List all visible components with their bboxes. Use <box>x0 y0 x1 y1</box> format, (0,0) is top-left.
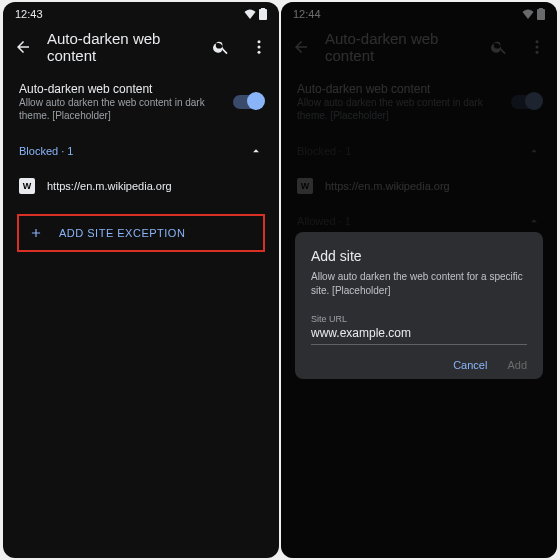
battery-icon <box>259 8 267 20</box>
search-icon <box>212 38 230 56</box>
setting-title: Auto-darken web content <box>19 82 223 96</box>
site-item[interactable]: W https://en.m.wikipedia.org <box>3 170 279 202</box>
svg-point-4 <box>258 51 261 54</box>
site-url: https://en.m.wikipedia.org <box>47 180 172 192</box>
blocked-label: Blocked · 1 <box>19 145 73 157</box>
plus-icon <box>29 226 43 240</box>
overflow-button[interactable] <box>245 33 273 61</box>
status-icons <box>244 8 267 20</box>
svg-rect-1 <box>261 8 265 10</box>
site-favicon: W <box>19 178 35 194</box>
status-bar: 12:43 <box>3 2 279 22</box>
svg-point-3 <box>258 46 261 49</box>
svg-point-2 <box>258 40 261 43</box>
chevron-up-icon <box>249 144 263 158</box>
more-vert-icon <box>250 38 268 56</box>
phone-right: 12:44 Auto-darken web content <box>281 2 557 558</box>
master-switch[interactable] <box>233 95 263 109</box>
svg-rect-0 <box>259 9 267 20</box>
site-url-label: Site URL <box>311 314 527 324</box>
dialog-subtitle: Allow auto darken the web content for a … <box>311 270 527 298</box>
wifi-icon <box>244 9 256 19</box>
add-site-dialog: Add site Allow auto darken the web conte… <box>295 232 543 379</box>
back-arrow-icon <box>14 38 32 56</box>
page-title: Auto-darken web content <box>47 30 197 64</box>
clock: 12:43 <box>15 8 43 20</box>
add-button[interactable]: Add <box>507 359 527 371</box>
cancel-button[interactable]: Cancel <box>453 359 487 371</box>
add-site-exception-button[interactable]: ADD SITE EXCEPTION <box>17 214 265 252</box>
phone-left: 12:43 Auto-darken web content Auto-darke… <box>3 2 279 558</box>
app-bar: Auto-darken web content <box>3 22 279 72</box>
search-button[interactable] <box>207 33 235 61</box>
dialog-actions: Cancel Add <box>311 359 527 371</box>
setting-subtitle: Allow auto darken the web content in dar… <box>19 96 223 122</box>
master-toggle-row[interactable]: Auto-darken web content Allow auto darke… <box>3 72 279 132</box>
dialog-title: Add site <box>311 248 527 264</box>
back-button[interactable] <box>9 33 37 61</box>
add-site-label: ADD SITE EXCEPTION <box>59 227 185 239</box>
blocked-category[interactable]: Blocked · 1 <box>3 132 279 170</box>
site-url-input[interactable]: www.example.com <box>311 326 527 345</box>
